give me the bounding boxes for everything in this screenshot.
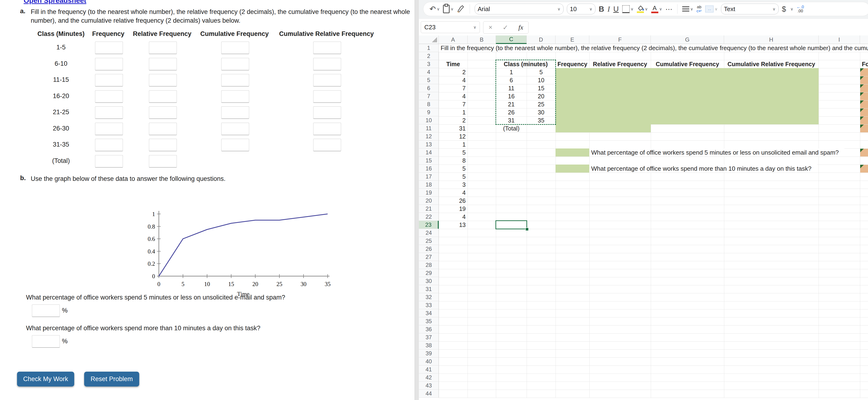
select-all-corner[interactable] bbox=[419, 35, 439, 44]
row-header-1[interactable]: 1 bbox=[419, 44, 439, 52]
cell-A15[interactable]: 8 bbox=[439, 156, 468, 164]
row-header-18[interactable]: 18 bbox=[419, 181, 439, 189]
table-input-31-35-col1[interactable] bbox=[95, 139, 123, 151]
row-header-5[interactable]: 5 bbox=[419, 76, 439, 84]
row-header-20[interactable]: 20 bbox=[419, 197, 439, 205]
table-input-16-20-col3[interactable] bbox=[221, 90, 249, 103]
chevron-down-icon[interactable]: ∨ bbox=[437, 7, 440, 11]
row-header-34[interactable]: 34 bbox=[419, 309, 439, 317]
table-input-31-35-col4[interactable] bbox=[313, 139, 341, 151]
cell-A11[interactable]: 31 bbox=[439, 124, 468, 132]
number-format-select[interactable]: Text ∨ bbox=[721, 4, 779, 14]
chevron-down-icon[interactable]: ∨ bbox=[790, 7, 793, 11]
cell-A22[interactable]: 4 bbox=[439, 213, 468, 221]
row-header-11[interactable]: 11 bbox=[419, 124, 439, 132]
row-header-23[interactable]: 23 bbox=[419, 221, 439, 229]
table-input-31-35-col3[interactable] bbox=[221, 139, 249, 151]
more-options-button[interactable]: ⋯ bbox=[665, 5, 673, 13]
table-input-6-10-col3[interactable] bbox=[221, 58, 249, 70]
table-input-21-25-col1[interactable] bbox=[95, 106, 123, 119]
row-header-4[interactable]: 4 bbox=[419, 68, 439, 76]
cell-E3[interactable]: Frequency bbox=[556, 60, 589, 68]
cell-A16[interactable]: 5 bbox=[439, 164, 468, 173]
align-button[interactable]: ∨ bbox=[682, 6, 693, 12]
chevron-down-icon[interactable]: ∨ bbox=[631, 7, 633, 11]
font-family-select[interactable]: Arial ∨ bbox=[475, 4, 563, 14]
table-input-26-30-col2[interactable] bbox=[149, 123, 177, 135]
function-icon[interactable]: fx bbox=[518, 24, 523, 31]
row-header-15[interactable]: 15 bbox=[419, 156, 439, 164]
col-header-E[interactable]: E bbox=[556, 35, 589, 44]
row-header-14[interactable]: 14 bbox=[419, 149, 439, 156]
cell-F14[interactable]: What percentage of office workers spend … bbox=[589, 149, 844, 156]
row-header-41[interactable]: 41 bbox=[419, 366, 439, 373]
row-header-19[interactable]: 19 bbox=[419, 189, 439, 197]
formula-input[interactable] bbox=[532, 22, 866, 33]
table-input-1-5-col3[interactable] bbox=[221, 41, 249, 54]
table-input-16-20-col1[interactable] bbox=[95, 90, 123, 103]
cell-F3[interactable]: Relative Frequency bbox=[589, 60, 651, 68]
table-input-11-15-col1[interactable] bbox=[95, 74, 123, 87]
chevron-down-icon[interactable]: ∨ bbox=[659, 7, 662, 11]
row-header-30[interactable]: 30 bbox=[419, 277, 439, 285]
row-header-35[interactable]: 35 bbox=[419, 317, 439, 325]
enter-icon[interactable]: ✓ bbox=[502, 24, 508, 31]
cell-A17[interactable]: 5 bbox=[439, 173, 468, 181]
row-header-39[interactable]: 39 bbox=[419, 349, 439, 358]
format-painter-button[interactable] bbox=[457, 5, 465, 13]
row-header-10[interactable]: 10 bbox=[419, 116, 439, 124]
row-header-7[interactable]: 7 bbox=[419, 92, 439, 100]
table-input-26-30-col1[interactable] bbox=[95, 123, 123, 135]
table-input-11-15-col3[interactable] bbox=[221, 74, 249, 87]
row-header-38[interactable]: 38 bbox=[419, 341, 439, 349]
font-size-select[interactable]: 10 ∨ bbox=[567, 4, 595, 14]
cell-A3[interactable]: Time bbox=[439, 60, 468, 68]
name-box[interactable]: C23 ∨ bbox=[421, 21, 480, 33]
table-input-6-10-col2[interactable] bbox=[149, 58, 177, 70]
table-input-21-25-col2[interactable] bbox=[149, 106, 177, 119]
open-spreadsheet-link[interactable]: Open Spreadsheet bbox=[24, 0, 86, 4]
row-header-43[interactable]: 43 bbox=[419, 381, 439, 390]
chevron-down-icon[interactable]: ∨ bbox=[715, 7, 717, 11]
fill-handle[interactable] bbox=[525, 227, 529, 231]
answer-2-input[interactable] bbox=[32, 335, 60, 348]
cell-A9[interactable]: 1 bbox=[439, 108, 468, 116]
col-header-F[interactable]: F bbox=[589, 35, 651, 44]
row-header-27[interactable]: 27 bbox=[419, 253, 439, 261]
col-header-B[interactable]: B bbox=[468, 35, 496, 44]
row-header-32[interactable]: 32 bbox=[419, 293, 439, 301]
row-header-17[interactable]: 17 bbox=[419, 173, 439, 181]
table-input-6-10-col4[interactable] bbox=[313, 58, 341, 70]
table-input-11-15-col4[interactable] bbox=[313, 74, 341, 87]
table-input-21-25-col3[interactable] bbox=[221, 106, 249, 119]
cell-A21[interactable]: 19 bbox=[439, 205, 468, 213]
row-header-37[interactable]: 37 bbox=[419, 333, 439, 341]
borders-button[interactable]: ∨ bbox=[622, 5, 633, 13]
cell-A7[interactable]: 4 bbox=[439, 92, 468, 100]
row-header-44[interactable]: 44 bbox=[419, 390, 439, 398]
table-input-26-30-col3[interactable] bbox=[221, 123, 249, 135]
table-input-1-5-col1[interactable] bbox=[95, 41, 123, 54]
cell-A5[interactable]: 4 bbox=[439, 76, 468, 84]
cell-H3[interactable]: Cumulative Relative Frequency bbox=[724, 60, 818, 68]
cell-A10[interactable]: 2 bbox=[439, 116, 468, 124]
green-cell[interactable] bbox=[556, 149, 589, 156]
decrease-decimal-button[interactable]: ←.0 .00 bbox=[797, 5, 804, 13]
row-header-29[interactable]: 29 bbox=[419, 269, 439, 277]
table-input-1-5-col2[interactable] bbox=[149, 41, 177, 54]
row-header-24[interactable]: 24 bbox=[419, 229, 439, 237]
row-header-16[interactable]: 16 bbox=[419, 164, 439, 173]
green-cell[interactable] bbox=[556, 124, 651, 132]
text-wrap-button[interactable]: ab c↵ bbox=[696, 5, 702, 13]
table-input-(Total)-col1[interactable] bbox=[95, 155, 123, 167]
row-header-6[interactable]: 6 bbox=[419, 84, 439, 92]
green-cell[interactable] bbox=[556, 68, 818, 124]
cell-C11[interactable]: (Total) bbox=[496, 124, 527, 132]
col-header-D[interactable]: D bbox=[527, 35, 556, 44]
table-input-(Total)-col2[interactable] bbox=[149, 155, 177, 167]
table-input-11-15-col2[interactable] bbox=[149, 74, 177, 87]
table-input-1-5-col4[interactable] bbox=[313, 41, 341, 54]
col-header-A[interactable]: A bbox=[439, 35, 468, 44]
row-header-26[interactable]: 26 bbox=[419, 245, 439, 253]
row-header-8[interactable]: 8 bbox=[419, 100, 439, 108]
